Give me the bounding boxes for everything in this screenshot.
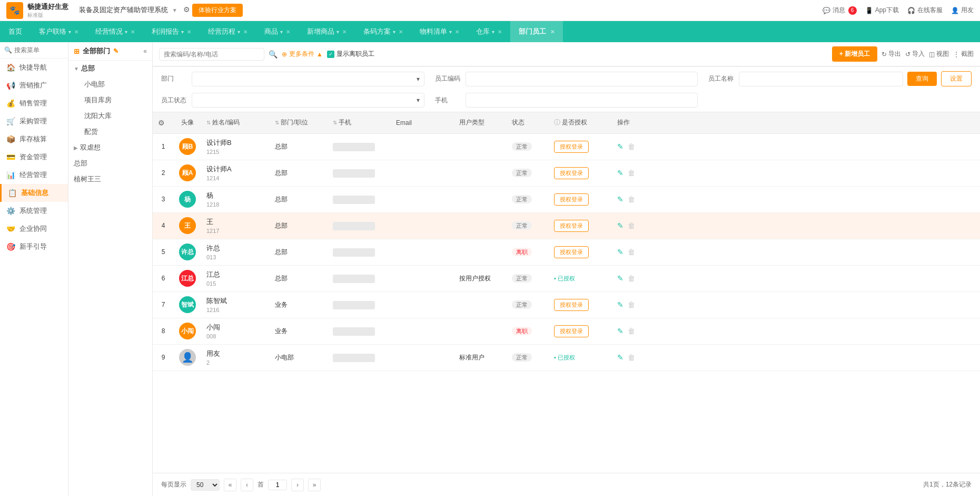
emp-name-input[interactable] xyxy=(739,72,903,86)
first-page-btn[interactable]: « xyxy=(224,479,236,491)
edit-dept-icon[interactable]: ✎ xyxy=(113,47,118,55)
edit-btn[interactable]: ✎ xyxy=(617,221,623,230)
sidebar-item-sales[interactable]: 💰 销售管理 xyxy=(0,94,68,112)
emp-code-input[interactable] xyxy=(466,72,698,86)
emp-status-select[interactable]: ▾ xyxy=(192,93,424,108)
delete-btn[interactable]: 🗑 xyxy=(628,195,635,203)
tab-home[interactable]: 首页 xyxy=(0,21,31,42)
tab-warehouse[interactable]: 仓库▾✕ xyxy=(468,21,510,42)
last-page-btn[interactable]: » xyxy=(308,479,321,491)
show-resigned-toggle[interactable]: ✓ 显示离职员工 xyxy=(327,50,374,59)
delete-btn[interactable]: 🗑 xyxy=(628,142,635,151)
dept-node-xiangmu[interactable]: 项目库房 xyxy=(79,92,152,108)
print-btn[interactable]: ⋮ 截图 xyxy=(953,50,974,59)
dept-node-zongbu[interactable]: ▼ 总部 xyxy=(68,61,152,76)
edit-btn[interactable]: ✎ xyxy=(617,300,623,309)
tab-operation[interactable]: 经营情况▾✕ xyxy=(87,21,143,42)
import-btn[interactable]: ↺ 导入 xyxy=(905,50,925,59)
tab-profit[interactable]: 利润报告▾✕ xyxy=(143,21,200,42)
sort-icon[interactable]: ⇅ xyxy=(206,120,211,125)
row-actions: ✎🗑 xyxy=(612,344,980,371)
sidebar-item-purchase[interactable]: 🛒 采购管理 xyxy=(0,112,68,130)
experience-btn[interactable]: 体验行业方案 xyxy=(192,4,243,17)
phone-input[interactable] xyxy=(466,93,698,108)
sidebar-item-basic-info[interactable]: 📋 基础信息 xyxy=(0,184,68,202)
reset-btn[interactable]: 设置 xyxy=(941,71,972,86)
edit-btn[interactable]: ✎ xyxy=(617,195,623,203)
table-settings-icon[interactable]: ⚙ xyxy=(158,119,165,127)
collapse-tree-btn[interactable]: « xyxy=(143,47,147,55)
online-service-btn[interactable]: 🎧 在线客服 xyxy=(907,6,943,15)
edit-btn[interactable]: ✎ xyxy=(617,142,623,151)
tab-add-goods[interactable]: 新增商品▾✕ xyxy=(299,21,355,42)
more-filter-btn[interactable]: ⊕ 更多条件 ▲ xyxy=(282,50,323,59)
auth-login-btn[interactable]: 授权登录 xyxy=(554,141,589,153)
auth-login-btn[interactable]: 授权登录 xyxy=(554,299,589,311)
sidebar-item-system[interactable]: ⚙️ 系统管理 xyxy=(0,202,68,220)
delete-btn[interactable]: 🗑 xyxy=(628,274,635,283)
system-dropdown-arrow[interactable]: ▼ xyxy=(172,7,177,13)
search-input[interactable] xyxy=(159,48,264,61)
tab-dept-staff[interactable]: 部门员工✕ xyxy=(510,21,563,42)
dept-node-xiaodian[interactable]: 小电部 xyxy=(79,76,152,92)
page-input[interactable] xyxy=(268,480,287,490)
add-employee-btn[interactable]: + 新增员工 xyxy=(832,46,877,62)
export-btn[interactable]: ↻ 导出 xyxy=(882,50,901,59)
view-btn[interactable]: ◫ 视图 xyxy=(929,50,949,59)
tab-history[interactable]: 经营历程▾✕ xyxy=(200,21,256,42)
edit-btn[interactable]: ✎ xyxy=(617,274,623,283)
top-header: 🐾 畅捷通好生意 标准版 装备及固定资产辅助管理系统 ▼ ⚙ 体验行业方案 💬 … xyxy=(0,0,980,21)
row-phone xyxy=(328,239,391,265)
sidebar: 🔍 🏠 快捷导航 📢 营销推广 💰 销售管理 🛒 采购管理 📦 库存 xyxy=(0,42,68,496)
user-btn[interactable]: 👤 用友 xyxy=(951,6,974,15)
edit-btn[interactable]: ✎ xyxy=(617,353,623,362)
toolbar: 🔍 ⊕ 更多条件 ▲ ✓ 显示离职员工 + 新增员工 ↻ 导出 xyxy=(153,42,980,66)
page-size-select[interactable]: 50 20 100 xyxy=(191,479,220,491)
delete-btn[interactable]: 🗑 xyxy=(628,169,635,177)
sidebar-item-inventory[interactable]: 📦 库存核算 xyxy=(0,130,68,148)
edit-btn[interactable]: ✎ xyxy=(617,169,623,177)
sidebar-item-guide[interactable]: 🎯 新手引导 xyxy=(0,238,68,256)
auth-login-btn[interactable]: 授权登录 xyxy=(554,325,589,337)
delete-btn[interactable]: 🗑 xyxy=(628,221,635,230)
prev-page-btn[interactable]: ‹ xyxy=(241,479,253,491)
search-btn[interactable]: 🔍 xyxy=(269,50,278,59)
tab-customer[interactable]: 客户联络▾✕ xyxy=(31,21,87,42)
query-btn[interactable]: 查询 xyxy=(907,72,937,86)
auth-login-btn[interactable]: 授权登录 xyxy=(554,246,589,258)
dept-node-shenyang[interactable]: 沈阳大库 xyxy=(79,108,152,124)
settings-icon[interactable]: ⚙ xyxy=(183,5,190,14)
row-name-code: 杨1218 xyxy=(201,186,270,212)
auth-login-btn[interactable]: 授权登录 xyxy=(554,167,589,179)
dept-filter-select[interactable]: ▾ xyxy=(192,72,424,86)
delete-btn[interactable]: 🗑 xyxy=(628,248,635,256)
per-page-label: 每页显示 xyxy=(161,480,186,489)
dept-node-zhishu[interactable]: 植树王三 xyxy=(68,171,152,187)
delete-btn[interactable]: 🗑 xyxy=(628,300,635,309)
sidebar-item-marketing[interactable]: 📢 营销推广 xyxy=(0,76,68,94)
row-phone xyxy=(328,291,391,318)
tab-bom[interactable]: 物料清单▾✕ xyxy=(411,21,468,42)
dept-node-zb2[interactable]: 总部 xyxy=(68,155,152,171)
delete-btn[interactable]: 🗑 xyxy=(628,353,635,362)
sidebar-item-quicknav[interactable]: 🏠 快捷导航 xyxy=(0,59,68,76)
auth-login-btn[interactable]: 授权登录 xyxy=(554,220,589,232)
edit-btn[interactable]: ✎ xyxy=(617,327,623,335)
delete-btn[interactable]: 🗑 xyxy=(628,327,635,335)
dept-node-peihuo[interactable]: 配货 xyxy=(79,124,152,140)
resigned-checkbox[interactable]: ✓ xyxy=(327,51,334,58)
app-download-btn[interactable]: 📱 App下载 xyxy=(865,6,899,15)
sort-dept-icon[interactable]: ⇅ xyxy=(275,120,279,125)
sidebar-item-collab[interactable]: 🤝 企业协同 xyxy=(0,220,68,238)
tab-barcode[interactable]: 条码方案▾✕ xyxy=(355,21,411,42)
edit-btn[interactable]: ✎ xyxy=(617,248,623,256)
auth-login-btn[interactable]: 授权登录 xyxy=(554,193,589,206)
row-avatar: 江总 xyxy=(174,265,201,291)
tab-goods[interactable]: 商品▾✕ xyxy=(256,21,299,42)
sidebar-item-finance[interactable]: 💳 资金管理 xyxy=(0,148,68,166)
message-btn[interactable]: 💬 消息 6 xyxy=(823,6,857,15)
sort-phone-icon[interactable]: ⇅ xyxy=(333,120,337,125)
sidebar-item-biz-manage[interactable]: 📊 经营管理 xyxy=(0,166,68,184)
dept-node-shuang[interactable]: ▶ 双虐想 xyxy=(68,140,152,155)
next-page-btn[interactable]: › xyxy=(291,479,304,491)
